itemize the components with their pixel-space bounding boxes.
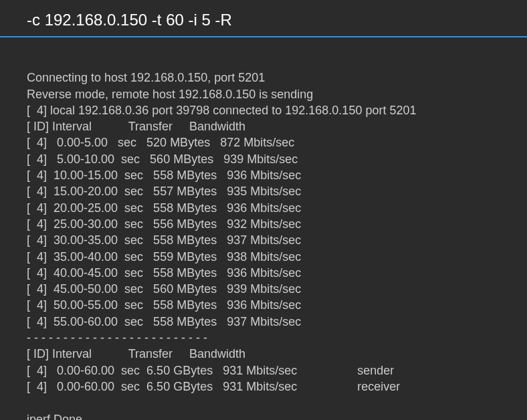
interval-row: [ 4] 40.00-45.00 sec 558 MBytes 936 Mbit…: [27, 266, 301, 280]
interval-row: [ 4] 45.00-50.00 sec 560 MBytes 939 Mbit…: [27, 282, 301, 296]
separator-line: - - - - - - - - - - - - - - - - - - - - …: [27, 331, 207, 344]
interval-row: [ 4] 35.00-40.00 sec 559 MBytes 938 Mbit…: [27, 250, 301, 264]
interval-row: [ 4] 0.00-5.00 sec 520 MBytes 872 Mbits/…: [27, 136, 294, 149]
summary-row-receiver: [ 4] 0.00-60.00 sec 6.50 GBytes 931 Mbit…: [27, 380, 400, 393]
interval-row: [ 4] 50.00-55.00 sec 558 MBytes 936 Mbit…: [27, 298, 301, 312]
connection-line-1: Connecting to host 192.168.0.150, port 5…: [27, 71, 265, 84]
summary-header: [ ID] Interval Transfer Bandwidth: [27, 347, 245, 360]
command-input-bar[interactable]: -c 192.168.0.150 -t 60 -i 5 -R: [0, 0, 527, 37]
interval-row: [ 4] 20.00-25.00 sec 558 MBytes 936 Mbit…: [27, 201, 301, 215]
interval-row: [ 4] 25.00-30.00 sec 556 MBytes 932 Mbit…: [27, 217, 301, 231]
command-text: -c 192.168.0.150 -t 60 -i 5 -R: [27, 11, 232, 29]
interval-row: [ 4] 5.00-10.00 sec 560 MBytes 939 Mbits…: [27, 152, 298, 166]
interval-row: [ 4] 10.00-15.00 sec 558 MBytes 936 Mbit…: [27, 169, 301, 182]
table-header: [ ID] Interval Transfer Bandwidth: [27, 120, 245, 133]
connection-line-2: Reverse mode, remote host 192.168.0.150 …: [27, 88, 313, 101]
terminal-output: Connecting to host 192.168.0.150, port 5…: [0, 54, 527, 420]
connection-line-3: [ 4] local 192.168.0.36 port 39798 conne…: [27, 104, 416, 117]
interval-row: [ 4] 30.00-35.00 sec 558 MBytes 937 Mbit…: [27, 233, 301, 247]
interval-row: [ 4] 55.00-60.00 sec 558 MBytes 937 Mbit…: [27, 315, 301, 328]
done-message: iperf Done.: [27, 413, 86, 420]
summary-row-sender: [ 4] 0.00-60.00 sec 6.50 GBytes 931 Mbit…: [27, 364, 394, 377]
interval-row: [ 4] 15.00-20.00 sec 557 MBytes 935 Mbit…: [27, 185, 301, 198]
